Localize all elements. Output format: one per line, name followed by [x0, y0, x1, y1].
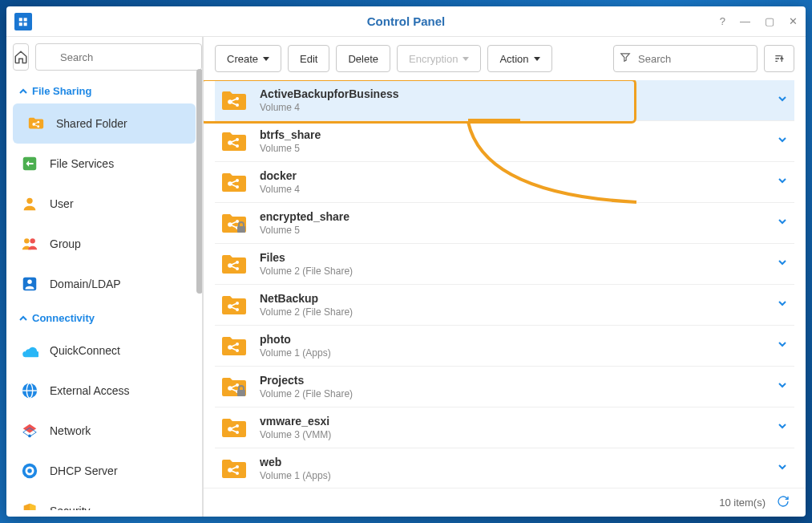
folder-row[interactable]: dockerVolume 4	[215, 162, 794, 203]
sidebar-item-label: Network	[50, 424, 91, 437]
chevron-down-icon[interactable]	[777, 257, 788, 271]
folder-location: Volume 2 (File Share)	[260, 388, 770, 399]
shared-folder-icon	[221, 375, 247, 398]
folder-row[interactable]: NetBackupVolume 2 (File Share)	[215, 285, 794, 326]
chevron-down-icon[interactable]	[777, 175, 788, 189]
svg-point-55	[228, 304, 232, 309]
shared-folder-icon	[221, 294, 247, 316]
svg-point-73	[236, 431, 239, 434]
app-icon	[14, 13, 32, 30]
sidebar-item-label: DHCP Server	[50, 464, 118, 477]
svg-point-60	[228, 345, 232, 350]
sidebar-item-shared-folder[interactable]: Shared Folder	[13, 103, 196, 144]
svg-point-76	[228, 468, 232, 472]
svg-point-65	[228, 386, 232, 391]
folder-row[interactable]: encrypted_shareVolume 5	[215, 203, 794, 244]
folder-row[interactable]: FilesVolume 2 (File Share)	[215, 244, 794, 285]
sidebar-item-network[interactable]: Network	[6, 411, 202, 451]
quickconnect-icon	[21, 342, 38, 359]
scrollbar[interactable]	[196, 69, 203, 294]
shared-folder-icon	[221, 334, 247, 357]
sidebar-section-header[interactable]: File Sharing	[6, 77, 202, 103]
chevron-down-icon[interactable]	[777, 93, 788, 107]
titlebar: Control Panel ? — ▢ ✕	[6, 6, 806, 37]
shared-folder-icon	[221, 416, 247, 439]
sidebar-item-security[interactable]: Security	[6, 491, 202, 510]
sidebar-item-user[interactable]: User	[6, 184, 202, 224]
user-icon	[21, 195, 38, 213]
chevron-down-icon[interactable]	[777, 216, 788, 230]
svg-point-30	[236, 97, 239, 100]
domain-icon	[21, 275, 38, 293]
sort-button[interactable]	[764, 45, 794, 72]
sidebar-item-label: User	[50, 197, 74, 210]
folder-row[interactable]: ProjectsVolume 2 (File Share)	[215, 367, 794, 407]
toolbar-search-input[interactable]	[613, 45, 757, 72]
delete-button[interactable]: Delete	[336, 45, 390, 72]
action-button[interactable]: Action	[487, 45, 551, 72]
sidebar-item-dhcp-server[interactable]: DHCP Server	[6, 451, 202, 491]
folder-row[interactable]: ActiveBackupforBusinessVolume 4	[215, 80, 794, 121]
svg-point-35	[236, 138, 239, 141]
chevron-down-icon[interactable]	[777, 134, 788, 148]
minimize-icon[interactable]: —	[740, 15, 750, 27]
svg-point-72	[236, 424, 239, 428]
folder-name: docker	[260, 169, 770, 182]
folder-row[interactable]: photoVolume 1 (Apps)	[215, 326, 794, 367]
sidebar-item-label: External Access	[50, 384, 130, 397]
status-bar: 10 item(s)	[204, 488, 806, 517]
sidebar-item-external-access[interactable]: External Access	[6, 371, 202, 411]
external-icon	[21, 382, 38, 399]
folder-location: Volume 1 (Apps)	[260, 347, 770, 359]
folder-row[interactable]: vmware_esxiVolume 3 (VMM)	[215, 407, 794, 448]
sidebar: File SharingShared FolderFile ServicesUs…	[6, 37, 204, 517]
chevron-up-icon	[19, 87, 27, 95]
svg-point-41	[236, 185, 239, 189]
chevron-down-icon[interactable]	[777, 461, 788, 476]
folder-name: ActiveBackupforBusiness	[260, 87, 770, 100]
caret-down-icon	[463, 57, 469, 61]
caret-down-icon	[263, 57, 269, 61]
create-button[interactable]: Create	[215, 45, 281, 72]
folder-row[interactable]: btrfs_shareVolume 5	[215, 121, 794, 162]
sidebar-item-quickconnect[interactable]: QuickConnect	[6, 330, 202, 371]
svg-point-29	[228, 99, 232, 104]
sidebar-item-file-services[interactable]: File Services	[6, 144, 202, 184]
svg-point-36	[236, 144, 239, 148]
sidebar-item-group[interactable]: Group	[6, 224, 202, 264]
refresh-button[interactable]	[777, 495, 790, 510]
svg-point-78	[236, 472, 239, 475]
group-icon	[21, 235, 38, 253]
folder-location: Volume 3 (VMM)	[260, 429, 770, 440]
edit-button[interactable]: Edit	[288, 45, 329, 72]
encryption-button[interactable]: Encryption	[397, 45, 481, 72]
close-icon[interactable]: ✕	[789, 15, 798, 27]
folder-location: Volume 1 (Apps)	[260, 470, 770, 481]
svg-point-45	[236, 220, 239, 223]
chevron-down-icon[interactable]	[777, 298, 788, 312]
shared-folder-icon	[27, 115, 45, 132]
svg-point-12	[26, 198, 32, 204]
folder-list: ActiveBackupforBusinessVolume 4btrfs_sha…	[204, 80, 806, 488]
sidebar-item-domain-ldap[interactable]: Domain/LDAP	[6, 264, 202, 304]
folder-location: Volume 4	[260, 184, 770, 195]
sidebar-item-label: QuickConnect	[50, 344, 120, 357]
sidebar-item-label: Group	[50, 237, 81, 250]
svg-point-51	[236, 261, 239, 264]
chevron-down-icon[interactable]	[777, 339, 788, 353]
shared-folder-icon	[221, 89, 247, 111]
shared-folder-icon	[221, 253, 247, 275]
sidebar-section-header[interactable]: Connectivity	[6, 304, 202, 330]
shared-folder-icon	[221, 212, 247, 234]
chevron-down-icon[interactable]	[777, 420, 788, 435]
maximize-icon[interactable]: ▢	[765, 15, 774, 27]
svg-point-31	[236, 103, 239, 107]
folder-row[interactable]: webVolume 1 (Apps)	[215, 448, 794, 488]
help-icon[interactable]: ?	[720, 15, 725, 27]
svg-point-13	[24, 238, 29, 243]
home-button[interactable]	[13, 43, 29, 71]
sidebar-item-label: File Services	[50, 157, 114, 170]
chevron-down-icon[interactable]	[777, 379, 788, 394]
shared-folder-icon	[221, 130, 247, 152]
sidebar-search-input[interactable]	[35, 43, 202, 71]
